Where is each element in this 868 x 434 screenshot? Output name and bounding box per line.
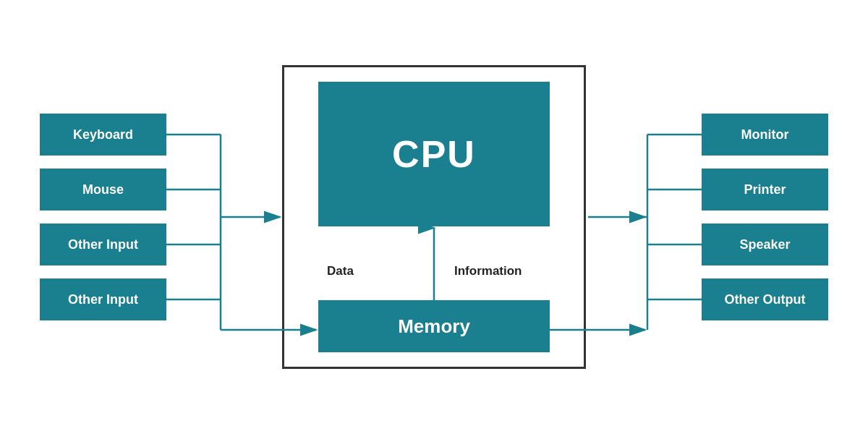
speaker-label: Speaker bbox=[739, 237, 790, 252]
printer-box: Printer bbox=[702, 169, 828, 210]
left-devices-panel: Keyboard Mouse Other Input Other Input bbox=[40, 114, 166, 320]
keyboard-label: Keyboard bbox=[73, 127, 133, 142]
memory-box: Memory bbox=[318, 300, 550, 352]
other-input-2-box: Other Input bbox=[40, 278, 166, 320]
speaker-box: Speaker bbox=[702, 224, 828, 265]
other-output-box: Other Output bbox=[702, 278, 828, 320]
other-input-1-label: Other Input bbox=[68, 237, 138, 252]
mouse-label: Mouse bbox=[82, 182, 124, 197]
cpu-box: CPU bbox=[318, 82, 550, 226]
diagram-container: Keyboard Mouse Other Input Other Input M… bbox=[0, 0, 868, 434]
center-panel: CPU Memory bbox=[282, 65, 586, 369]
data-label: Data bbox=[327, 264, 354, 278]
other-input-1-box: Other Input bbox=[40, 224, 166, 265]
keyboard-box: Keyboard bbox=[40, 114, 166, 156]
other-input-2-label: Other Input bbox=[68, 292, 138, 307]
right-devices-panel: Monitor Printer Speaker Other Output bbox=[702, 114, 828, 320]
printer-label: Printer bbox=[744, 182, 786, 197]
monitor-label: Monitor bbox=[741, 127, 789, 142]
cpu-label: CPU bbox=[392, 132, 476, 176]
monitor-box: Monitor bbox=[702, 114, 828, 156]
information-label: Information bbox=[454, 264, 522, 278]
other-output-label: Other Output bbox=[725, 292, 806, 307]
mouse-box: Mouse bbox=[40, 169, 166, 210]
memory-label: Memory bbox=[398, 315, 470, 338]
